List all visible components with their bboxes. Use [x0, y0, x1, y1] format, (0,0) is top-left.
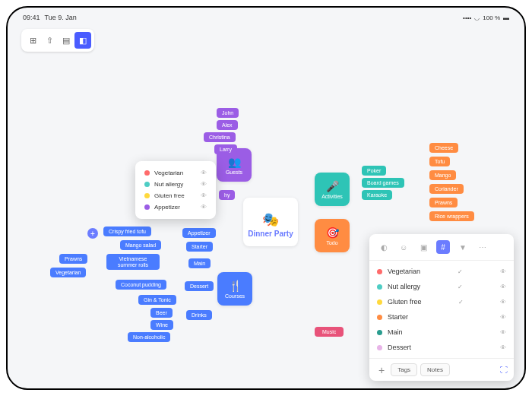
wifi-icon: ◡	[474, 14, 480, 21]
shopping-node[interactable]: Rice wrappers	[429, 211, 474, 221]
todo-node[interactable]: 🎯 Todo	[315, 219, 350, 252]
tags-panel: ◐ ☺ ▣ # ▼ ⋯ Vegetarian✓👁 Nut allergy✓👁 G…	[369, 234, 514, 381]
item-node[interactable]: Prawns	[59, 254, 87, 264]
eye-icon[interactable]: 👁	[201, 204, 207, 211]
course-node[interactable]: Drinks	[186, 310, 212, 320]
eye-icon[interactable]: 👁	[500, 344, 506, 351]
more-tab[interactable]: ⋯	[476, 240, 489, 254]
check-icon: ✓	[458, 268, 463, 275]
add-tag-button[interactable]: +	[375, 364, 388, 376]
item-node[interactable]: Vietnamese summer rolls	[106, 254, 160, 270]
status-date: Tue 9. Jan	[45, 14, 77, 21]
dot-icon	[377, 330, 382, 335]
music-node[interactable]: Music	[315, 327, 344, 337]
activities-label: Activities	[321, 194, 343, 199]
dot-icon	[144, 193, 150, 198]
guest-node[interactable]: hy	[219, 190, 235, 200]
dot-icon	[377, 345, 382, 350]
utensils-icon: 🍴	[229, 280, 242, 292]
shopping-node[interactable]: Prawns	[429, 198, 458, 208]
shopping-node[interactable]: Coriander	[429, 184, 464, 194]
guest-node[interactable]: Christina	[204, 132, 236, 142]
item-node[interactable]: Wine	[150, 320, 173, 330]
tag-row[interactable]: Starter👁	[369, 309, 514, 325]
item-node[interactable]: Beer	[150, 308, 173, 318]
palette-tab[interactable]: ◐	[377, 240, 391, 254]
battery-icon: ▬	[503, 14, 509, 21]
dot-icon	[144, 204, 150, 210]
tags-button[interactable]: Tags	[391, 363, 417, 376]
filter-tab[interactable]: ▼	[456, 240, 470, 254]
emoji-tab[interactable]: ☺	[397, 240, 410, 254]
tag-row[interactable]: Nut allergy✓👁	[369, 279, 514, 294]
music-label: Music	[322, 329, 336, 334]
legend-item[interactable]: Nut allergy👁	[141, 179, 210, 190]
legend-item[interactable]: Appetizer👁	[141, 201, 210, 213]
shopping-node[interactable]: Mango	[429, 170, 456, 180]
battery-label: 100 %	[483, 14, 500, 21]
course-node[interactable]: Starter	[186, 242, 213, 252]
item-node[interactable]: Coconut pudding	[116, 280, 166, 290]
todo-label: Todo	[326, 240, 337, 246]
eye-icon[interactable]: 👁	[500, 299, 506, 306]
guest-node[interactable]: Larry	[214, 144, 237, 154]
notes-button[interactable]: Notes	[420, 363, 450, 376]
check-icon: ✓	[458, 299, 464, 306]
add-node-button[interactable]: +	[87, 228, 98, 239]
legend-item[interactable]: Gluten free👁	[141, 190, 210, 201]
eye-icon[interactable]: 👁	[201, 192, 207, 199]
course-node[interactable]: Appetizer	[182, 228, 216, 238]
status-time: 09:41	[23, 14, 40, 21]
mic-icon: 🎤	[326, 180, 339, 192]
shopping-node[interactable]: Tofu	[429, 157, 450, 166]
status-bar: 09:41 Tue 9. Jan •••• ◡ 100 % ▬	[8, 8, 524, 27]
tag-row[interactable]: Main👁	[369, 325, 514, 340]
item-node[interactable]: Crispy fried tofu	[103, 227, 151, 236]
legend-popup: Vegetarian👁 Nut allergy👁 Gluten free👁 Ap…	[135, 161, 216, 219]
dot-icon	[144, 182, 150, 187]
panel-footer: + Tags Notes ⛶	[369, 358, 514, 381]
activity-node[interactable]: Karaoke	[362, 190, 392, 200]
eye-icon[interactable]: 👁	[201, 169, 207, 176]
tag-row[interactable]: Dessert👁	[369, 340, 514, 355]
guest-node[interactable]: John	[217, 108, 239, 118]
mask-icon: 🎭	[262, 211, 279, 228]
center-node[interactable]: 🎭 Dinner Party	[243, 198, 298, 246]
guests-label: Guests	[226, 169, 242, 175]
dot-icon	[377, 269, 382, 274]
tags-list: Vegetarian✓👁 Nut allergy✓👁 Gluten free✓👁…	[369, 261, 514, 358]
mindmap-canvas[interactable]: 🎭 Dinner Party 👥 Guests 🍴 Courses 🎤 Acti…	[8, 30, 524, 388]
item-node[interactable]: Mango salad	[120, 240, 161, 250]
hashtag-tab[interactable]: #	[436, 240, 450, 254]
legend-item[interactable]: Vegetarian👁	[141, 167, 210, 179]
eye-icon[interactable]: 👁	[201, 181, 207, 188]
eye-icon[interactable]: 👁	[500, 268, 506, 275]
activity-node[interactable]: Poker	[362, 166, 386, 176]
course-node[interactable]: Main	[188, 258, 211, 268]
eye-icon[interactable]: 👁	[500, 284, 506, 290]
item-node[interactable]: Vegetarian	[50, 268, 86, 277]
image-tab[interactable]: ▣	[416, 240, 430, 254]
activity-node[interactable]: Board games	[362, 178, 404, 188]
target-icon: 🎯	[326, 227, 339, 239]
people-icon: 👥	[228, 156, 241, 168]
item-node[interactable]: Gin & Tonic	[138, 295, 176, 305]
check-icon: ✓	[458, 284, 463, 290]
dot-icon	[377, 315, 382, 320]
courses-node[interactable]: 🍴 Courses	[217, 272, 252, 306]
item-node[interactable]: Non-alcoholic	[128, 332, 170, 342]
shopping-node[interactable]: Cheese	[429, 143, 458, 153]
eye-icon[interactable]: 👁	[500, 314, 506, 321]
signal-icon: ••••	[463, 14, 471, 21]
courses-label: Courses	[225, 293, 245, 299]
expand-icon[interactable]: ⛶	[500, 366, 508, 374]
tag-row[interactable]: Gluten free✓👁	[369, 294, 514, 309]
course-node[interactable]: Dessert	[185, 281, 214, 291]
eye-icon[interactable]: 👁	[500, 329, 506, 336]
panel-tabbar: ◐ ☺ ▣ # ▼ ⋯	[369, 234, 514, 261]
tag-row[interactable]: Vegetarian✓👁	[369, 264, 514, 279]
dot-icon	[377, 299, 382, 305]
device-frame: 09:41 Tue 9. Jan •••• ◡ 100 % ▬ ⊞ ⇧ ▤ ◧ …	[6, 6, 526, 390]
activities-node[interactable]: 🎤 Activities	[315, 173, 350, 206]
guest-node[interactable]: Alex	[217, 120, 238, 130]
